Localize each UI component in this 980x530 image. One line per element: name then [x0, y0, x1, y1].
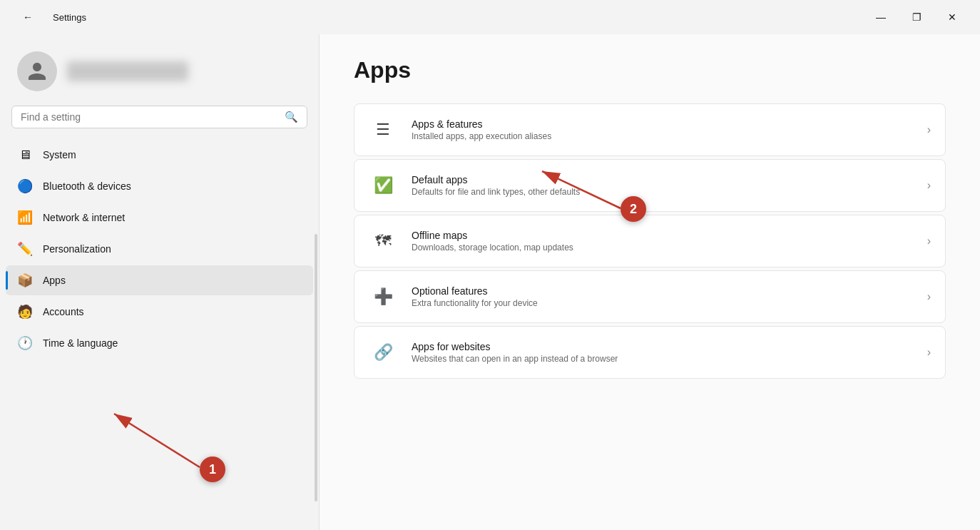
title-bar: ← Settings — ❐ ✕ [0, 0, 980, 34]
app-title: Settings [53, 12, 86, 23]
back-button[interactable]: ← [11, 6, 44, 29]
user-profile [0, 34, 319, 106]
app-body: 🔍 🖥 System 🔵 Bluetooth & devices 📶 Netwo… [0, 34, 980, 530]
offline-maps-title: Offline maps [412, 230, 913, 241]
sidebar-item-accounts[interactable]: 🧑 Accounts [6, 297, 313, 327]
offline-maps-chevron: › [927, 235, 931, 248]
accounts-icon: 🧑 [17, 304, 33, 320]
maximize-button[interactable]: ❐ [900, 6, 933, 29]
avatar [17, 51, 57, 91]
sidebar-item-label: Apps [43, 275, 66, 286]
apps-websites-text: Apps for websites Websites that can open… [412, 341, 913, 364]
optional-features-text: Optional features Extra functionality fo… [412, 285, 913, 308]
apps-features-chevron: › [927, 123, 931, 136]
settings-item-apps-features[interactable]: ☰ Apps & features Installed apps, app ex… [354, 103, 946, 156]
optional-features-chevron: › [927, 290, 931, 303]
page-title: Apps [354, 57, 946, 83]
bluetooth-icon: 🔵 [17, 178, 33, 194]
settings-item-default-apps[interactable]: ✅ Default apps Defaults for file and lin… [354, 159, 946, 212]
sidebar-item-label: Network & internet [43, 212, 125, 223]
apps-websites-title: Apps for websites [412, 341, 913, 352]
settings-item-offline-maps[interactable]: 🗺 Offline maps Downloads, storage locati… [354, 215, 946, 267]
scrollbar[interactable] [315, 234, 317, 501]
annotation-1: 1 [200, 457, 225, 482]
offline-maps-desc: Downloads, storage location, map updates [412, 243, 913, 253]
default-apps-text: Default apps Defaults for file and link … [412, 174, 913, 197]
default-apps-icon: ✅ [369, 171, 397, 200]
apps-features-text: Apps & features Installed apps, app exec… [412, 118, 913, 141]
settings-item-apps-websites[interactable]: 🔗 Apps for websites Websites that can op… [354, 326, 946, 379]
sidebar-item-system[interactable]: 🖥 System [6, 140, 313, 170]
optional-features-desc: Extra functionality for your device [412, 298, 913, 308]
sidebar-item-label: System [43, 149, 76, 160]
optional-features-title: Optional features [412, 285, 913, 297]
network-icon: 📶 [17, 210, 33, 225]
search-box[interactable]: 🔍 [11, 106, 307, 128]
default-apps-chevron: › [927, 179, 931, 192]
sidebar-item-label: Accounts [43, 306, 84, 317]
default-apps-desc: Defaults for file and link types, other … [412, 187, 913, 197]
annotation-2: 2 [621, 196, 646, 222]
apps-websites-chevron: › [927, 346, 931, 359]
close-button[interactable]: ✕ [936, 6, 969, 29]
settings-item-optional-features[interactable]: ➕ Optional features Extra functionality … [354, 270, 946, 323]
time-icon: 🕐 [17, 335, 33, 351]
apps-features-desc: Installed apps, app execution aliases [412, 131, 913, 141]
user-name [67, 61, 188, 81]
optional-features-icon: ➕ [369, 282, 397, 311]
search-input[interactable] [21, 111, 279, 123]
sidebar-item-network[interactable]: 📶 Network & internet [6, 203, 313, 233]
offline-maps-icon: 🗺 [369, 227, 397, 255]
search-icon: 🔍 [285, 111, 298, 123]
sidebar-item-apps[interactable]: 📦 Apps [6, 265, 313, 295]
settings-list: ☰ Apps & features Installed apps, app ex… [354, 103, 946, 379]
nav-list: 🖥 System 🔵 Bluetooth & devices 📶 Network… [0, 140, 319, 358]
apps-features-icon: ☰ [369, 116, 397, 144]
apps-icon: 📦 [17, 272, 33, 288]
apps-features-title: Apps & features [412, 118, 913, 130]
apps-websites-icon: 🔗 [369, 338, 397, 367]
sidebar-item-time[interactable]: 🕐 Time & language [6, 328, 313, 358]
offline-maps-text: Offline maps Downloads, storage location… [412, 230, 913, 253]
system-icon: 🖥 [17, 147, 33, 163]
personalization-icon: ✏️ [17, 241, 33, 257]
main-content: Apps ☰ Apps & features Installed apps, a… [320, 34, 980, 530]
sidebar-item-label: Bluetooth & devices [43, 180, 131, 192]
sidebar-item-label: Time & language [43, 337, 118, 349]
minimize-button[interactable]: — [864, 6, 897, 29]
sidebar-item-personalization[interactable]: ✏️ Personalization [6, 234, 313, 264]
sidebar-item-label: Personalization [43, 243, 111, 255]
default-apps-title: Default apps [412, 174, 913, 185]
sidebar: 🔍 🖥 System 🔵 Bluetooth & devices 📶 Netwo… [0, 34, 320, 530]
apps-websites-desc: Websites that can open in an app instead… [412, 354, 913, 364]
sidebar-item-bluetooth[interactable]: 🔵 Bluetooth & devices [6, 171, 313, 201]
